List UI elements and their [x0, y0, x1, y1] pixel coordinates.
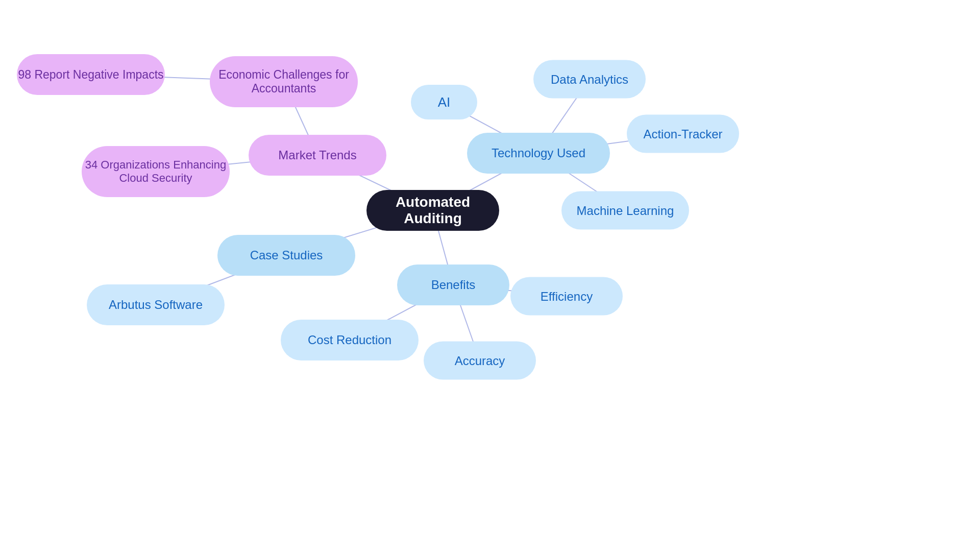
- market-trends-node[interactable]: Market Trends: [249, 135, 386, 176]
- arbutus-software-node[interactable]: Arbutus Software: [87, 284, 225, 325]
- action-tracker-node[interactable]: Action-Tracker: [627, 115, 739, 153]
- machine-learning-node[interactable]: Machine Learning: [561, 191, 689, 230]
- efficiency-node[interactable]: Efficiency: [510, 277, 623, 316]
- accuracy-node[interactable]: Accuracy: [424, 342, 536, 380]
- benefits-node[interactable]: Benefits: [397, 265, 509, 305]
- technology-used-node[interactable]: Technology Used: [467, 133, 610, 174]
- cost-reduction-node[interactable]: Cost Reduction: [281, 320, 419, 360]
- cloud-security-node[interactable]: 34 Organizations Enhancing Cloud Securit…: [82, 146, 230, 197]
- report-negative-node[interactable]: 98 Report Negative Impacts: [17, 54, 165, 95]
- economic-challenges-node[interactable]: Economic Challenges for Accountants: [210, 56, 358, 107]
- case-studies-node[interactable]: Case Studies: [217, 235, 355, 276]
- center-node[interactable]: Automated Auditing: [366, 190, 499, 231]
- ai-node[interactable]: AI: [411, 85, 477, 119]
- data-analytics-node[interactable]: Data Analytics: [533, 60, 646, 99]
